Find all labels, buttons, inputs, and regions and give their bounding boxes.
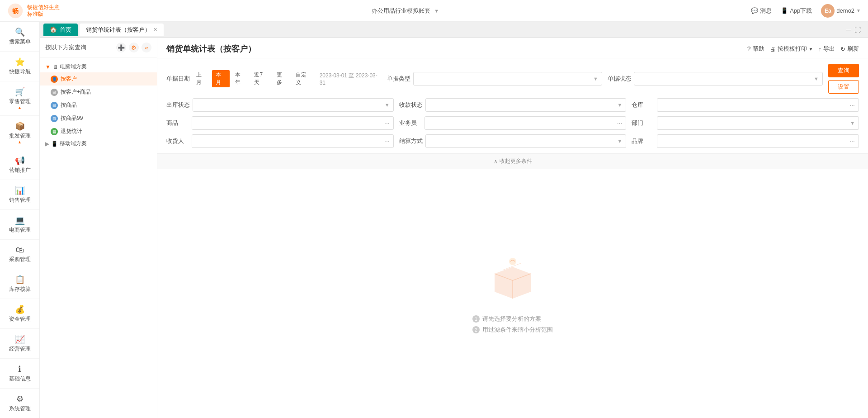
scheme-category-mobile[interactable]: ▶ 📱 移动端方案 (40, 138, 157, 149)
wholesale-icon: 📦 (15, 121, 25, 131)
search-button[interactable]: 查询 (828, 64, 859, 77)
scheme-item-by-product[interactable]: ⊟ 按商品 (40, 99, 157, 112)
title-actions: ? 帮助 🖨 按模板打印 ▼ ↑ 导出 ↻ (747, 45, 859, 53)
empty-tips: 1 请先选择要分析的方案 2 用过滤条件来缩小分析范围 (472, 315, 553, 334)
date-tab-current-year[interactable]: 本年 (231, 70, 249, 87)
scheme-item-by-customer[interactable]: 👤 按客户 (40, 72, 157, 86)
sidebar-item-shortcut[interactable]: ⭐ 快捷导航 (0, 52, 39, 81)
collapse-bar[interactable]: ∧ 收起更多条件 (157, 154, 868, 169)
collapse-scheme-btn[interactable]: « (142, 43, 151, 52)
product-label: 商品 (166, 119, 189, 127)
dots-icon[interactable]: ··· (849, 101, 855, 109)
header-center[interactable]: 办公用品行业模拟账套 ▼ (372, 7, 439, 15)
message-btn[interactable]: 💬 消息 (751, 7, 772, 15)
scheme-item-by-product-99[interactable]: ⊟ 按商品99 (40, 112, 157, 125)
sidebar-item-purchase[interactable]: 🛍 采购管理 (0, 240, 39, 269)
sidebar-item-basic[interactable]: ℹ 基础信息 (0, 359, 39, 389)
date-filter: 单据日期 上月 本月 本年 近7天 更多 自定义 2023-03-01 至 20… (166, 70, 382, 87)
sidebar-item-marketing[interactable]: 📢 营销推广 (0, 150, 39, 180)
chevron-down-icon: ▼ (617, 102, 622, 108)
refresh-icon: ↻ (840, 46, 845, 52)
date-tab-more[interactable]: 更多 (273, 70, 291, 87)
settings-button[interactable]: 设置 (828, 80, 859, 94)
print-btn[interactable]: 🖨 按模板打印 ▼ (770, 45, 813, 53)
date-tab-current-month[interactable]: 本月 (212, 70, 230, 87)
chevron-down-icon: ▼ (617, 138, 622, 144)
dots-icon[interactable]: ··· (384, 138, 390, 145)
filter-item-settlement: 结算方式 ▼ (399, 134, 627, 148)
filter-item-type: 单据类型 ▼ (387, 72, 602, 86)
warehouse-label: 仓库 (632, 101, 654, 109)
recipient-select[interactable]: ··· (192, 134, 394, 148)
scheme-header-icons: ➕ ⚙ « (116, 43, 151, 52)
tab-bar: 🏠 首页 销货单统计表（按客户） ✕ ─ ⛶ (40, 22, 868, 38)
status-label: 单据状态 (608, 75, 631, 83)
sidebar-item-search[interactable]: 🔍 搜索菜单 (0, 22, 39, 52)
empty-tip-1: 1 请先选择要分析的方案 (472, 315, 553, 323)
page-title: 销货单统计表（按客户） (166, 43, 256, 54)
tip-num-1: 1 (472, 315, 480, 323)
help-btn[interactable]: ? 帮助 (747, 45, 764, 53)
tab-sales-stat[interactable]: 销货单统计表（按客户） ✕ (80, 24, 164, 36)
avatar: Ea (821, 4, 835, 18)
sidebar-item-operation[interactable]: 📈 经营管理 (0, 329, 39, 359)
sidebar-item-wholesale[interactable]: 📦 批发管理 ▲ (0, 116, 39, 150)
dots-icon[interactable]: ··· (849, 138, 855, 145)
sidebar-item-finance[interactable]: 💰 资金管理 (0, 299, 39, 329)
sidebar-item-sales[interactable]: 📊 销售管理 (0, 180, 39, 210)
product-icon: ⊟ (51, 102, 58, 109)
filter-row-1: 单据日期 上月 本月 本年 近7天 更多 自定义 2023-03-01 至 20… (166, 64, 859, 94)
out-status-select[interactable]: ▼ (193, 98, 394, 112)
user-menu[interactable]: Ea demo2 ▼ (821, 4, 861, 18)
marketing-icon: 📢 (15, 156, 25, 166)
date-tab-7days[interactable]: 近7天 (250, 70, 271, 87)
tab-close-icon[interactable]: ✕ (153, 27, 157, 33)
settlement-select[interactable]: ▼ (425, 134, 627, 148)
top-header: 畅 畅捷信好生意 标准版 办公用品行业模拟账套 ▼ 💬 消息 📱 App下载 E… (0, 0, 868, 22)
dept-select[interactable]: ▼ (657, 116, 859, 130)
filter-area: 单据日期 上月 本月 本年 近7天 更多 自定义 2023-03-01 至 20… (157, 58, 868, 154)
date-range: 2023-03-01 至 2023-03-31 (320, 72, 382, 86)
page-title-bar: 销货单统计表（按客户） ? 帮助 🖨 按模板打印 ▼ ↑ (157, 38, 868, 58)
tip-num-2: 2 (472, 326, 480, 333)
status-select[interactable]: ▼ (634, 72, 823, 86)
salesperson-select[interactable]: ··· (425, 116, 627, 130)
empty-box-icon (486, 253, 540, 308)
scheme-item-return-stat[interactable]: ▦ 退货统计 (40, 125, 157, 138)
app-download-btn[interactable]: 📱 App下载 (781, 7, 812, 15)
type-select[interactable]: ▼ (413, 72, 602, 86)
tab-home[interactable]: 🏠 首页 (43, 24, 78, 36)
sidebar-item-ecommerce[interactable]: 💻 电商管理 (0, 210, 39, 240)
settings-scheme-btn[interactable]: ⚙ (129, 43, 139, 52)
collapse-up-icon: ∧ (494, 158, 498, 165)
window-min-icon[interactable]: ─ (846, 26, 851, 33)
dots-icon[interactable]: ··· (617, 119, 623, 127)
desktop-icon: 🖥 (52, 64, 58, 70)
window-max-icon[interactable]: ⛶ (854, 26, 861, 33)
sidebar-item-retail[interactable]: 🛒 零售管理 ▲ (0, 81, 39, 116)
filter-item-dept: 部门 ▼ (632, 116, 859, 130)
receipt-status-select[interactable]: ▼ (425, 98, 627, 112)
finance-icon: 💰 (15, 304, 25, 314)
scheme-category-desktop[interactable]: ▼ 🖥 电脑端方案 (40, 61, 157, 72)
dots-icon[interactable]: ··· (384, 119, 390, 127)
date-tab-custom[interactable]: 自定义 (292, 70, 315, 87)
chevron-down-icon: ▼ (809, 47, 813, 52)
export-btn[interactable]: ↑ 导出 (819, 45, 835, 53)
sidebar-item-inventory[interactable]: 📋 库存核算 (0, 269, 39, 299)
filter-item-receipt-status: 收款状态 ▼ (399, 98, 627, 112)
add-scheme-btn[interactable]: ➕ (116, 43, 126, 52)
warehouse-select[interactable]: ··· (657, 98, 859, 112)
brand-select[interactable]: ··· (657, 134, 859, 148)
product-select[interactable]: ··· (192, 116, 394, 130)
out-status-label: 出库状态 (166, 101, 190, 109)
scheme-title: 按以下方案查询 (45, 43, 86, 52)
chevron-down-icon[interactable]: ▼ (434, 8, 439, 14)
sidebar-item-system[interactable]: ⚙ 系统管理 (0, 389, 39, 418)
scheme-item-by-customer-product[interactable]: ⊞ 按客户+商品 (40, 86, 157, 99)
empty-tip-2: 2 用过滤条件来缩小分析范围 (472, 326, 553, 334)
refresh-btn[interactable]: ↻ 刷新 (840, 45, 859, 53)
date-tab-prev-month[interactable]: 上月 (193, 70, 210, 87)
receipt-status-label: 收款状态 (399, 101, 423, 109)
empty-state: 1 请先选择要分析的方案 2 用过滤条件来缩小分析范围 (157, 169, 868, 418)
